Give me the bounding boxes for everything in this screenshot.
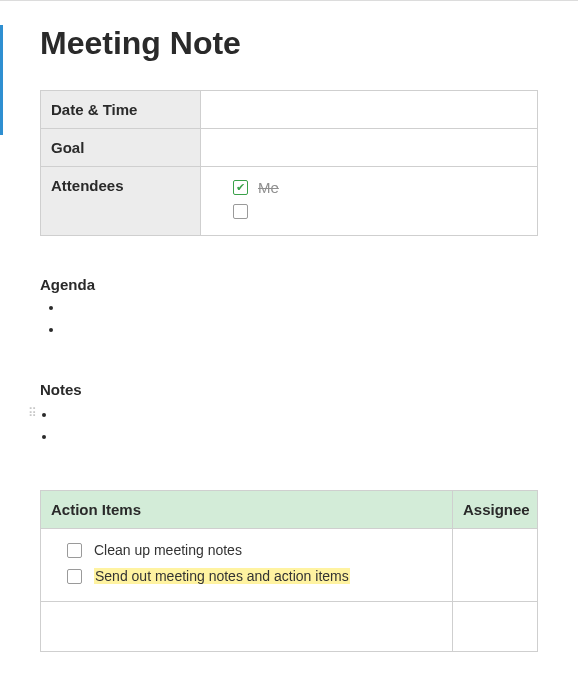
action-items-assignee-cell[interactable] xyxy=(453,529,538,602)
meta-label-attendees: Attendees xyxy=(41,167,201,236)
notes-heading: Notes xyxy=(40,381,538,398)
agenda-heading: Agenda xyxy=(40,276,538,293)
meta-value-goal[interactable] xyxy=(201,129,538,167)
attendee-label-0[interactable]: Me xyxy=(258,179,279,196)
action-items-header-assignee: Assignee xyxy=(453,491,538,529)
action-item-checkbox-1[interactable]: ✔ xyxy=(67,569,82,584)
attendee-line-1: ✔ xyxy=(233,201,527,221)
action-item-label-0[interactable]: Clean up meeting notes xyxy=(94,542,242,558)
action-item-1: ✔ Send out meeting notes and action item… xyxy=(67,565,442,587)
page: Meeting Note Date & Time Goal Attendees … xyxy=(0,0,578,685)
action-items-cell[interactable]: ✔ Clean up meeting notes ✔ Send out meet… xyxy=(41,529,453,602)
action-items-table: Action Items Assignee ✔ Clean up meeting… xyxy=(40,490,538,652)
meta-table: Date & Time Goal Attendees ✔ Me ✔ xyxy=(40,90,538,236)
action-items-empty-cell[interactable] xyxy=(41,602,453,652)
action-item-0: ✔ Clean up meeting notes xyxy=(67,539,442,561)
content: Meeting Note Date & Time Goal Attendees … xyxy=(0,1,578,652)
agenda-item-0[interactable] xyxy=(64,299,538,319)
action-items-header-row: Action Items Assignee xyxy=(41,491,538,529)
page-title[interactable]: Meeting Note xyxy=(40,25,538,62)
action-items-empty-assignee[interactable] xyxy=(453,602,538,652)
action-items-body-row: ✔ Clean up meeting notes ✔ Send out meet… xyxy=(41,529,538,602)
meta-row-goal: Goal xyxy=(41,129,538,167)
action-item-checkbox-0[interactable]: ✔ xyxy=(67,543,82,558)
action-items-header-items: Action Items xyxy=(41,491,453,529)
action-item-label-1[interactable]: Send out meeting notes and action items xyxy=(94,568,350,584)
attendee-checkbox-0[interactable]: ✔ xyxy=(233,180,248,195)
attendee-line-0: ✔ Me xyxy=(233,177,527,197)
meta-label-goal: Goal xyxy=(41,129,201,167)
meta-row-attendees: Attendees ✔ Me ✔ xyxy=(41,167,538,236)
accent-bar xyxy=(0,25,3,135)
attendee-checkbox-1[interactable]: ✔ xyxy=(233,204,248,219)
meta-label-datetime: Date & Time xyxy=(41,91,201,129)
meta-row-datetime: Date & Time xyxy=(41,91,538,129)
agenda-item-1[interactable] xyxy=(64,321,538,341)
meta-value-attendees[interactable]: ✔ Me ✔ xyxy=(201,167,538,236)
meta-value-datetime[interactable] xyxy=(201,91,538,129)
notes-wrap: ⠿ xyxy=(40,404,538,450)
drag-handle-icon[interactable]: ⠿ xyxy=(28,406,37,420)
action-items-empty-row xyxy=(41,602,538,652)
agenda-list xyxy=(64,299,538,341)
